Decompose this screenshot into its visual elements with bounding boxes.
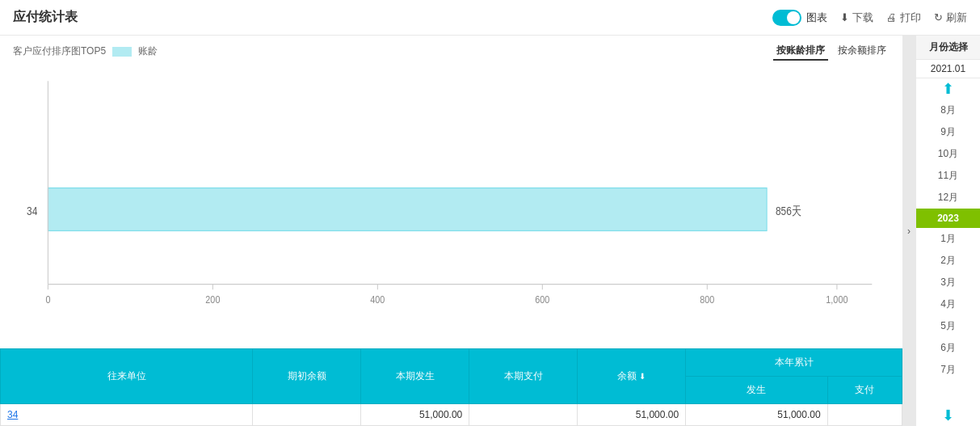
- cell-balance: 51,000.00: [578, 404, 686, 426]
- cell-year-occur: 51,000.00: [686, 404, 828, 426]
- sidebar-month-1[interactable]: 1月: [916, 228, 980, 250]
- sidebar-nav-up[interactable]: ⬆: [916, 78, 980, 99]
- chart-title-label: 客户应付排序图TOP5: [13, 44, 106, 58]
- header-actions: 图表 ⬇ 下载 🖨 打印 ↻ 刷新: [772, 10, 967, 26]
- right-sidebar: 月份选择 2021.01 ⬆ 8月 9月 10月 11月 12月 2023 1月…: [915, 36, 980, 426]
- svg-text:1,000: 1,000: [826, 293, 848, 306]
- svg-text:0: 0: [45, 293, 50, 306]
- sidebar-month-3[interactable]: 3月: [916, 272, 980, 293]
- col-year-pay-header: 支付: [827, 377, 902, 404]
- svg-rect-1: [48, 188, 767, 231]
- main-content: 客户应付排序图TOP5 账龄 按账龄排序 按余额排序 34 856天: [0, 36, 980, 426]
- sidebar-nav-down[interactable]: ⬇: [916, 405, 980, 426]
- chart-legend: 客户应付排序图TOP5 账龄: [13, 44, 158, 58]
- sidebar-year-marker[interactable]: 2023: [916, 209, 980, 228]
- sort-buttons: 按账龄排序 按余额排序: [773, 42, 890, 61]
- sidebar-month-4[interactable]: 4月: [916, 293, 980, 315]
- svg-text:200: 200: [205, 293, 220, 306]
- print-label: 打印: [900, 11, 921, 25]
- sidebar-month-11[interactable]: 11月: [916, 165, 980, 187]
- sort-by-balance-button[interactable]: 按余额排序: [835, 42, 890, 61]
- svg-text:856天: 856天: [776, 204, 801, 217]
- chart-toggle[interactable]: [772, 10, 801, 26]
- svg-text:600: 600: [535, 293, 549, 306]
- chart-top-bar: 客户应付排序图TOP5 账龄 按账龄排序 按余额排序: [0, 36, 902, 67]
- chart-section: 客户应付排序图TOP5 账龄 按账龄排序 按余额排序 34 856天: [0, 36, 902, 426]
- sidebar-month-8[interactable]: 8月: [916, 99, 980, 121]
- col-year-total-header: 本年累计: [686, 349, 902, 377]
- sidebar-month-6[interactable]: 6月: [916, 337, 980, 359]
- col-year-occur-header: 发生: [686, 377, 828, 404]
- legend-color-box: [112, 47, 132, 57]
- sidebar-month-10[interactable]: 10月: [916, 143, 980, 165]
- sort-by-amount-button[interactable]: 按账龄排序: [773, 42, 828, 61]
- print-icon: 🖨: [886, 11, 897, 23]
- sidebar-header: 月份选择: [916, 36, 980, 60]
- chart-svg: 34 856天 0 200 400 600: [13, 70, 890, 348]
- collapse-sidebar-button[interactable]: ›: [902, 36, 915, 426]
- svg-text:800: 800: [700, 293, 714, 306]
- refresh-label: 刷新: [946, 11, 967, 25]
- svg-text:400: 400: [370, 293, 385, 306]
- cell-current-occur: 51,000.00: [361, 404, 469, 426]
- chart-toggle-wrapper: 图表: [772, 10, 827, 26]
- data-table: 往来单位 期初余额 本期发生 本期支付 余额 ⬇ 本年累计 发生: [0, 348, 902, 426]
- refresh-icon: ↻: [934, 11, 943, 23]
- refresh-button[interactable]: ↻ 刷新: [934, 11, 967, 25]
- table-header-row: 往来单位 期初余额 本期发生 本期支付 余额 ⬇ 本年累计: [1, 349, 902, 377]
- cell-unit[interactable]: 34: [1, 404, 253, 426]
- page-title: 应付统计表: [13, 9, 78, 26]
- download-label: 下载: [852, 11, 873, 25]
- chart-area: 34 856天 0 200 400 600: [0, 67, 902, 348]
- collapse-icon: ›: [907, 226, 911, 237]
- svg-text:34: 34: [27, 204, 37, 217]
- legend-label: 账龄: [138, 44, 158, 58]
- chevron-up-icon: ⬆: [942, 82, 954, 96]
- cell-year-pay: [827, 404, 902, 426]
- cell-current-pay: [469, 404, 578, 426]
- sidebar-months-list: 8月 9月 10月 11月 12月 2023 1月 2月 3月 4月 5月 6月…: [916, 99, 980, 405]
- sidebar-month-7[interactable]: 7月: [916, 359, 980, 381]
- col-unit-header: 往来单位: [1, 349, 253, 404]
- sidebar-current-year[interactable]: 2021.01: [916, 60, 980, 78]
- table-row: 34 51,000.00 51,000.00 51,000.00: [1, 404, 902, 426]
- chevron-down-icon: ⬇: [942, 408, 954, 423]
- chart-label: 图表: [806, 11, 827, 25]
- download-icon: ⬇: [840, 11, 849, 23]
- col-balance-header: 余额 ⬇: [578, 349, 686, 404]
- col-current-pay-header: 本期支付: [469, 349, 578, 404]
- sidebar-month-2[interactable]: 2月: [916, 250, 980, 272]
- sidebar-month-9[interactable]: 9月: [916, 121, 980, 143]
- print-button[interactable]: 🖨 打印: [886, 11, 921, 25]
- data-table-section: 往来单位 期初余额 本期发生 本期支付 余额 ⬇ 本年累计 发生: [0, 348, 902, 426]
- col-current-occur-header: 本期发生: [361, 349, 469, 404]
- col-opening-header: 期初余额: [253, 349, 361, 404]
- cell-opening: [253, 404, 361, 426]
- download-button[interactable]: ⬇ 下载: [840, 11, 873, 25]
- sidebar-month-5[interactable]: 5月: [916, 315, 980, 337]
- page-header: 应付统计表 图表 ⬇ 下载 🖨 打印 ↻ 刷新: [0, 0, 980, 36]
- sidebar-month-12[interactable]: 12月: [916, 187, 980, 209]
